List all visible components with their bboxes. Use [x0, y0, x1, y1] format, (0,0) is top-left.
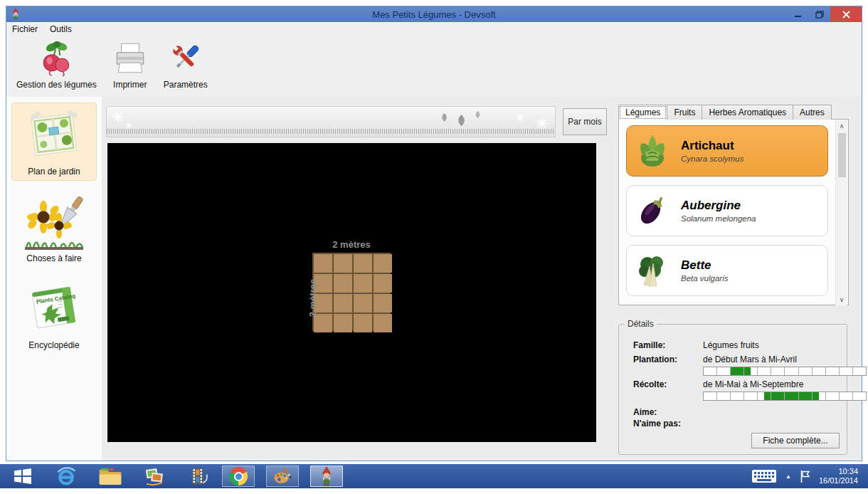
- plant-card-artichaut[interactable]: Artichaut Cynara scolymus: [626, 125, 828, 177]
- naime-pas-label: N'aime pas:: [633, 419, 690, 429]
- eggplant-icon: [634, 192, 671, 229]
- flag-icon[interactable]: [800, 470, 810, 483]
- month-cell: [799, 367, 813, 375]
- month-cell: [758, 367, 771, 375]
- scroll-down-icon[interactable]: ∨: [836, 294, 848, 305]
- garden-grid-cell[interactable]: [374, 274, 392, 293]
- garden-grid-cell[interactable]: [354, 294, 372, 312]
- sidebar-item-label: Plan de jardin: [28, 167, 80, 177]
- chrome-button[interactable]: [222, 466, 255, 487]
- garden-canvas[interactable]: 2 mètres 2 mètres: [107, 143, 596, 442]
- garden-grid-cell[interactable]: [354, 254, 372, 273]
- menu-fichier[interactable]: Fichier: [12, 23, 44, 36]
- keyboard-icon[interactable]: [751, 469, 777, 483]
- sidebar-item-label: Encyclopédie: [28, 340, 79, 350]
- plant-card-aubergine[interactable]: Aubergine Solanum melongena: [626, 185, 828, 236]
- plant-name: Artichaut: [681, 139, 743, 153]
- paint-icon: [272, 466, 293, 486]
- toolbar-button-label: Imprimer: [113, 80, 147, 90]
- artichoke-icon: [634, 132, 671, 169]
- sidebar-item-encyclopedie[interactable]: Plants Catalog Encyclopédie: [11, 276, 97, 354]
- month-cell: [744, 367, 758, 375]
- internet-explorer-icon: [55, 466, 78, 487]
- plant-panel: Légumes Fruits Herbes Aromatiques Autres: [618, 105, 849, 455]
- month-cell: [813, 392, 826, 400]
- month-cell: [853, 392, 866, 400]
- month-cell: [840, 392, 853, 400]
- file-explorer-icon: [98, 466, 122, 486]
- mes-petits-legumes-taskbar-button[interactable]: [310, 466, 343, 487]
- parametres-button[interactable]: Paramètres: [161, 38, 211, 97]
- plant-card-bette[interactable]: Bette Beta vulgaris: [626, 245, 828, 296]
- month-cell: [744, 392, 758, 400]
- plant-latin-name: Solanum melongena: [681, 214, 756, 223]
- garden-grid-cell[interactable]: [334, 314, 352, 332]
- taskbar: ▲ 10:34 16/01/2014: [0, 464, 868, 488]
- gnome-icon: [319, 466, 334, 486]
- close-button[interactable]: [830, 6, 862, 22]
- fiche-complete-button[interactable]: Fiche complète...: [751, 433, 840, 448]
- paint-button[interactable]: [266, 466, 299, 487]
- sunflower-trowel-icon: [23, 194, 85, 251]
- gestion-des-legumes-button[interactable]: Gestion des légumes: [14, 38, 100, 97]
- up-arrow-icon[interactable]: ▲: [785, 473, 791, 480]
- garden-grid-cell[interactable]: [354, 274, 372, 293]
- garden-grid-cell[interactable]: [374, 314, 392, 332]
- garden-grid-cell[interactable]: [314, 254, 332, 273]
- month-cell: [717, 367, 731, 375]
- plant-list-scrollbar[interactable]: ∧ ∨: [835, 120, 847, 305]
- tools-icon: [168, 40, 203, 77]
- famille-value: Légumes fruits: [703, 340, 840, 350]
- file-explorer-button[interactable]: [98, 466, 122, 486]
- leaf-icon: [440, 112, 449, 122]
- content-area: Plan de jardin: [6, 97, 862, 461]
- plant-name: Aubergine: [681, 199, 756, 213]
- sidebar: Plan de jardin: [6, 97, 102, 461]
- garden-grid-cell[interactable]: [334, 294, 352, 312]
- par-mois-button[interactable]: Par mois: [563, 108, 607, 135]
- sidebar-item-plan-de-jardin[interactable]: Plan de jardin: [11, 103, 97, 181]
- printer-icon: [112, 40, 148, 77]
- app-window: Mes Petits Légumes - Devsoft: [6, 6, 862, 461]
- aime-label: Aime:: [633, 407, 690, 417]
- tab-legumes[interactable]: Légumes: [618, 105, 667, 120]
- garden-grid-cell[interactable]: [374, 294, 392, 312]
- tab-autres[interactable]: Autres: [793, 105, 832, 120]
- garden-grid-cell[interactable]: [354, 314, 372, 332]
- plantation-label: Plantation:: [633, 354, 690, 364]
- movie-maker-icon: [188, 466, 209, 487]
- tab-herbes-aromatiques[interactable]: Herbes Aromatiques: [702, 105, 793, 120]
- recolte-month-bar: [703, 391, 867, 401]
- garden-grid-cell[interactable]: [374, 254, 392, 273]
- garden-plan-icon: [23, 107, 85, 164]
- titlebar[interactable]: Mes Petits Légumes - Devsoft: [6, 6, 862, 22]
- restore-button[interactable]: [809, 6, 830, 22]
- garden-plot[interactable]: 2 mètres 2 mètres: [312, 239, 391, 331]
- garden-grid-cell[interactable]: [334, 254, 352, 273]
- month-cell: [717, 392, 731, 400]
- recolte-label: Récolte:: [633, 379, 690, 389]
- season-timeline-ruler[interactable]: [106, 106, 556, 137]
- sidebar-item-choses-a-faire[interactable]: Choses à faire: [11, 189, 97, 268]
- windows-start-icon: [14, 468, 32, 485]
- movie-maker-button[interactable]: [186, 466, 211, 486]
- photo-viewer-button[interactable]: [142, 466, 166, 486]
- clock[interactable]: 10:34 16/01/2014: [819, 467, 858, 485]
- garden-grid-cell[interactable]: [334, 274, 352, 293]
- scroll-up-icon[interactable]: ∧: [836, 120, 848, 132]
- plot-width-label: 2 mètres: [312, 239, 391, 250]
- imprimer-button[interactable]: Imprimer: [110, 38, 151, 97]
- clock-time: 10:34: [819, 467, 858, 476]
- garden-grid[interactable]: [312, 253, 391, 331]
- month-cell: [731, 392, 744, 400]
- menu-outils[interactable]: Outils: [50, 23, 78, 36]
- plant-listbox: Artichaut Cynara scolymus: [618, 119, 849, 305]
- internet-explorer-button[interactable]: [54, 466, 78, 486]
- scrollbar-thumb[interactable]: [838, 133, 846, 177]
- tab-fruits[interactable]: Fruits: [667, 105, 702, 120]
- month-cell: [826, 367, 840, 375]
- minimize-button[interactable]: [788, 6, 809, 22]
- restore-icon: [815, 11, 824, 19]
- leaf-icon: [474, 110, 482, 119]
- start-button[interactable]: [11, 467, 34, 485]
